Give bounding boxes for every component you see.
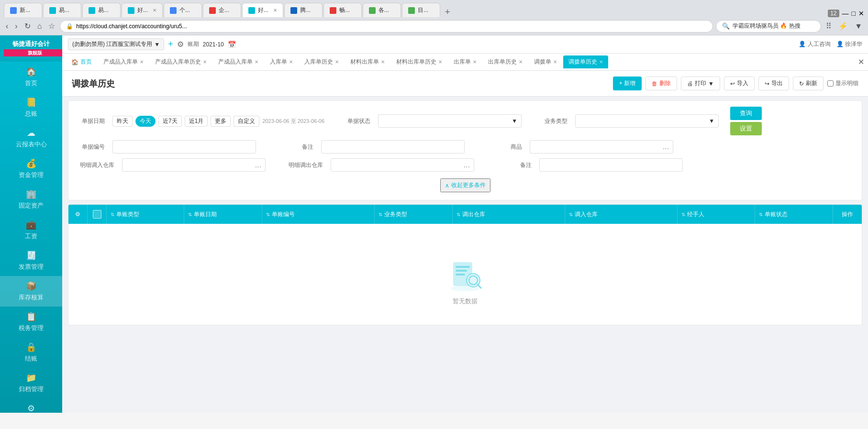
display-toggle[interactable]: 显示明细 xyxy=(827,79,858,88)
bookmark-button[interactable]: ☆ xyxy=(46,20,57,33)
page-tab-mat-out[interactable]: 材料出库单 ✕ xyxy=(345,55,390,68)
page-tab-transfer-hist[interactable]: 调拨单历史 ✕ xyxy=(563,55,608,68)
date-today-btn[interactable]: 今天 xyxy=(135,116,156,127)
collapse-button[interactable]: ∧ 收起更多条件 xyxy=(440,178,490,192)
page-tab-close-icon[interactable]: ✕ xyxy=(381,59,385,65)
close-all-tabs-button[interactable]: ✕ xyxy=(858,57,864,66)
refresh-page-button[interactable]: ↻ 刷新 xyxy=(793,77,823,90)
page-tab-prod-in-hist[interactable]: 产成品入库单历史 ✕ xyxy=(150,55,212,68)
browser-tab-1[interactable]: 新... xyxy=(4,3,42,17)
page-tab-close-icon[interactable]: ✕ xyxy=(289,59,293,65)
browser-tools-button[interactable]: ⠿ xyxy=(824,20,834,33)
sidebar-item-inventory[interactable]: 📦 库存核算 xyxy=(0,276,62,307)
customer-service[interactable]: 👤 人工咨询 xyxy=(799,40,830,48)
page-tab-prod-in2[interactable]: 产成品入库单 ✕ xyxy=(213,55,264,68)
detail-out-select[interactable]: ... xyxy=(331,158,474,172)
th-num[interactable]: ⇅ 单账编号 xyxy=(262,205,375,224)
page-tab-stock-in[interactable]: 入库单 ✕ xyxy=(265,55,298,68)
th-handler[interactable]: ⇅ 经手人 xyxy=(678,205,755,224)
new-button[interactable]: + 新增 xyxy=(613,77,642,90)
new-tab-button[interactable]: + xyxy=(441,7,454,17)
user-avatar[interactable]: 👤 徐泽华 xyxy=(836,40,862,48)
sidebar-item-assets[interactable]: 🏢 固定资产 xyxy=(0,184,62,215)
page-tab-close-icon[interactable]: ✕ xyxy=(553,59,557,65)
page-tab-close-icon[interactable]: ✕ xyxy=(140,59,144,65)
import-button[interactable]: ↩ 导入 xyxy=(724,77,755,90)
browser-tab-3[interactable]: 易... xyxy=(82,3,121,17)
page-tab-close-icon[interactable]: ✕ xyxy=(599,59,603,65)
browser-tab-2[interactable]: 易... xyxy=(43,3,81,17)
tab-close-icon[interactable]: ✕ xyxy=(273,8,277,13)
page-tab-close-icon[interactable]: ✕ xyxy=(255,59,258,65)
address-input[interactable] xyxy=(76,23,707,30)
th-status[interactable]: ⇅ 单账状态 xyxy=(755,205,833,224)
close-button[interactable]: ✕ xyxy=(858,10,864,17)
company-selector[interactable]: (勿删勿禁用) 江西服宝测试专用 ▼ xyxy=(68,38,164,50)
sidebar-item-archive[interactable]: 📁 归档管理 xyxy=(0,368,62,398)
sidebar-item-capital[interactable]: 💰 资金管理 xyxy=(0,154,62,184)
browser-tab-4[interactable]: 好... ✕ xyxy=(122,3,163,17)
sidebar-item-ledger[interactable]: 📒 总账 xyxy=(0,92,62,123)
refresh-browser-button[interactable]: ↻ xyxy=(22,20,33,33)
detail-in-select[interactable]: ... xyxy=(122,158,266,172)
th-date[interactable]: ⇅ 单账日期 xyxy=(184,205,262,224)
th-in-wh[interactable]: ⇅ 调入仓库 xyxy=(565,205,678,224)
page-tab-stock-in-hist[interactable]: 入库单历史 ✕ xyxy=(299,55,344,68)
page-tab-close-icon[interactable]: ✕ xyxy=(203,59,207,65)
tab-close-icon[interactable]: ✕ xyxy=(153,8,156,13)
date-last-month-btn[interactable]: 近1月 xyxy=(185,116,208,127)
browser-tab-5[interactable]: 个... xyxy=(164,3,202,17)
sidebar-item-invoice[interactable]: 🧾 发票管理 xyxy=(0,245,62,276)
browser-menu-button[interactable]: ▼ xyxy=(853,20,864,33)
browser-tab-8[interactable]: 腾... xyxy=(284,3,323,17)
date-yesterday-btn[interactable]: 昨天 xyxy=(112,116,133,127)
page-tab-home[interactable]: 🏠 首页 xyxy=(66,55,97,68)
settings-filter-button[interactable]: 设置 xyxy=(730,122,762,135)
sidebar-item-tax[interactable]: 📋 税务管理 xyxy=(0,307,62,337)
print-dropdown-icon[interactable]: ▼ xyxy=(708,80,714,87)
browser-tab-10[interactable]: 各... xyxy=(363,3,401,17)
forward-button[interactable]: › xyxy=(13,20,19,33)
sidebar-item-home[interactable]: 🏠 首页 xyxy=(0,62,62,92)
th-check[interactable] xyxy=(88,205,107,224)
goods-select[interactable]: ... xyxy=(530,140,673,154)
page-tab-prod-in[interactable]: 产成品入库单 ✕ xyxy=(98,55,149,68)
browser-tab-6[interactable]: 企... xyxy=(203,3,241,17)
print-button[interactable]: 🖨 打印 ▼ xyxy=(681,77,720,90)
detail-remark-input[interactable] xyxy=(539,158,683,172)
th-type[interactable]: ⇅ 单账类型 xyxy=(107,205,184,224)
browser-tab-7[interactable]: 好... ✕ xyxy=(242,3,283,17)
minimize-button[interactable]: — xyxy=(842,10,849,17)
sidebar-item-reports[interactable]: ☁ 云报表中心 xyxy=(0,123,62,154)
display-toggle-checkbox[interactable] xyxy=(827,80,834,87)
browser-lightning-button[interactable]: ⚡ xyxy=(836,20,850,33)
page-tab-close-icon[interactable]: ✕ xyxy=(473,59,477,65)
th-settings[interactable]: ⚙ xyxy=(68,205,88,224)
page-tab-close-icon[interactable]: ✕ xyxy=(438,59,442,65)
doc-num-input[interactable] xyxy=(112,140,256,154)
page-tab-transfer[interactable]: 调拨单 ✕ xyxy=(529,55,562,68)
status-filter-select[interactable]: ▼ xyxy=(378,114,522,128)
header-checkbox[interactable] xyxy=(93,210,101,219)
page-tab-out-hist[interactable]: 出库单历史 ✕ xyxy=(483,55,528,68)
date-last7-btn[interactable]: 近7天 xyxy=(158,116,182,127)
biz-type-filter-select[interactable]: ▼ xyxy=(575,114,719,128)
browser-tab-11[interactable]: 目... xyxy=(402,3,440,17)
sidebar-item-payroll[interactable]: 💼 工资 xyxy=(0,215,62,245)
page-tab-close-icon[interactable]: ✕ xyxy=(335,59,339,65)
remark-input[interactable] xyxy=(321,140,465,154)
th-out-wh[interactable]: ⇅ 调出仓库 xyxy=(453,205,565,224)
page-tab-out[interactable]: 出库单 ✕ xyxy=(448,55,482,68)
export-button[interactable]: ↪ 导出 xyxy=(758,77,789,90)
date-more-btn[interactable]: 更多 xyxy=(211,116,231,127)
home-browser-button[interactable]: ⌂ xyxy=(35,20,44,33)
search-button[interactable]: 查询 xyxy=(730,107,762,120)
browser-tab-9[interactable]: 畅... xyxy=(323,3,362,17)
sidebar-item-settings[interactable]: ⚙ 基础设置 xyxy=(0,398,62,413)
delete-button[interactable]: 🗑 删除 xyxy=(645,77,677,90)
date-custom-btn[interactable]: 自定义 xyxy=(234,116,259,127)
page-tab-mat-out-hist[interactable]: 材料出库单历史 ✕ xyxy=(391,55,447,68)
page-tab-close-icon[interactable]: ✕ xyxy=(519,59,523,65)
th-biz[interactable]: ⇅ 业务类型 xyxy=(375,205,452,224)
calendar-icon[interactable]: 📅 xyxy=(228,41,236,48)
